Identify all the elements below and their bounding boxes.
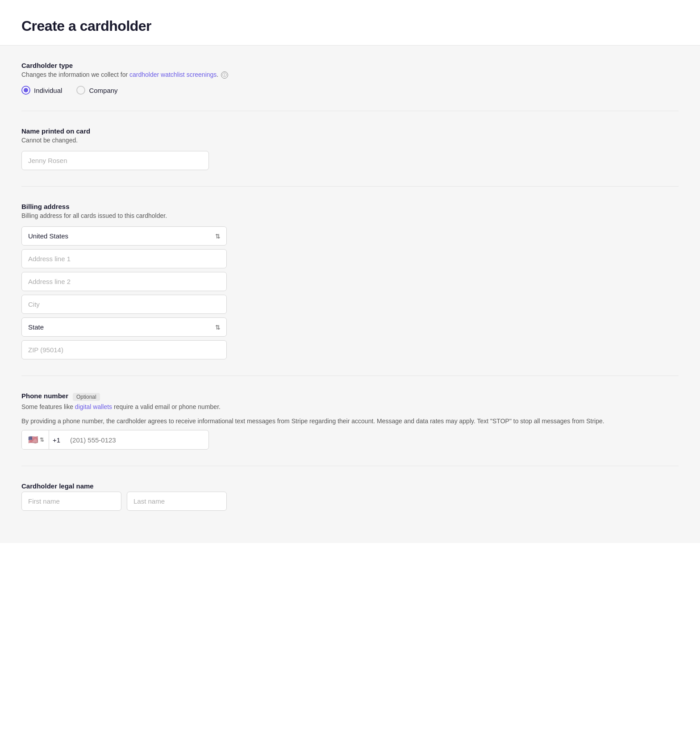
- address-fields: United States Canada United Kingdom ⇅ St…: [21, 226, 227, 359]
- watchlist-link[interactable]: cardholder watchlist screenings: [129, 71, 217, 78]
- legal-name-label: Cardholder legal name: [21, 482, 679, 490]
- state-select[interactable]: State California New York Texas: [21, 317, 227, 337]
- divider-3: [21, 376, 679, 376]
- city-input[interactable]: [21, 295, 227, 314]
- name-on-card-block: Name printed on card Cannot be changed.: [21, 127, 679, 170]
- radio-company-label: Company: [89, 87, 117, 94]
- description-prefix: Changes the information we collect for: [21, 71, 129, 78]
- divider-2: [21, 186, 679, 187]
- page-title: Create a cardholder: [21, 18, 679, 34]
- phone-number-input[interactable]: [64, 431, 208, 449]
- cardholder-type-label: Cardholder type: [21, 62, 679, 69]
- legal-name-section: Cardholder legal name: [21, 482, 679, 511]
- divider-4: [21, 466, 679, 466]
- phone-desc1-prefix: Some features like: [21, 403, 75, 410]
- radio-individual-label: Individual: [34, 87, 62, 94]
- page-container: Create a cardholder Cardholder type Chan…: [0, 0, 700, 751]
- info-icon[interactable]: ⓘ: [221, 71, 228, 79]
- cardholder-type-description: Changes the information we collect for c…: [21, 71, 679, 79]
- address-line1-input[interactable]: [21, 249, 227, 268]
- radio-individual[interactable]: Individual: [21, 86, 62, 95]
- radio-individual-input[interactable]: [21, 86, 30, 95]
- optional-badge: Optional: [73, 393, 100, 401]
- content-section: Cardholder type Changes the information …: [0, 46, 700, 543]
- first-name-input[interactable]: [21, 492, 121, 511]
- phone-input-wrapper: 🇺🇸 ⇅ +1: [21, 430, 209, 450]
- digital-wallets-link[interactable]: digital wallets: [75, 403, 112, 410]
- country-select[interactable]: United States Canada United Kingdom: [21, 226, 227, 246]
- phone-description1: Some features like digital wallets requi…: [21, 403, 679, 410]
- billing-address-description: Billing address for all cards issued to …: [21, 212, 679, 219]
- name-on-card-description: Cannot be changed.: [21, 137, 679, 144]
- country-select-wrapper: United States Canada United Kingdom ⇅: [21, 226, 227, 246]
- header-section: Create a cardholder: [0, 0, 700, 46]
- billing-address-block: Billing address Billing address for all …: [21, 203, 679, 359]
- name-on-card-label: Name printed on card: [21, 127, 679, 135]
- phone-country-code: +1: [49, 431, 64, 449]
- phone-flag-chevron-icon: ⇅: [40, 437, 44, 443]
- radio-company-input[interactable]: [76, 86, 85, 95]
- phone-section: Phone number Optional Some features like…: [21, 392, 679, 450]
- state-select-wrapper: State California New York Texas ⇅: [21, 317, 227, 337]
- zip-input[interactable]: [21, 340, 227, 359]
- radio-company[interactable]: Company: [76, 86, 117, 95]
- cardholder-type-radio-group: Individual Company: [21, 86, 679, 95]
- billing-address-label: Billing address: [21, 203, 679, 210]
- divider-1: [21, 111, 679, 111]
- phone-label-row: Phone number Optional: [21, 392, 679, 401]
- phone-label: Phone number: [21, 392, 68, 400]
- cardholder-type-block: Cardholder type Changes the information …: [21, 62, 679, 95]
- name-input-wrapper: [21, 151, 209, 170]
- last-name-input[interactable]: [127, 492, 227, 511]
- name-on-card-input[interactable]: [21, 151, 209, 170]
- address-line2-input[interactable]: [21, 272, 227, 291]
- legal-name-row: [21, 492, 227, 511]
- phone-flag-selector[interactable]: 🇺🇸 ⇅: [22, 430, 49, 449]
- phone-description2: By providing a phone number, the cardhol…: [21, 417, 679, 425]
- flag-icon: 🇺🇸: [28, 436, 38, 444]
- description-suffix: .: [217, 71, 218, 78]
- phone-desc1-suffix: require a valid email or phone number.: [112, 403, 221, 410]
